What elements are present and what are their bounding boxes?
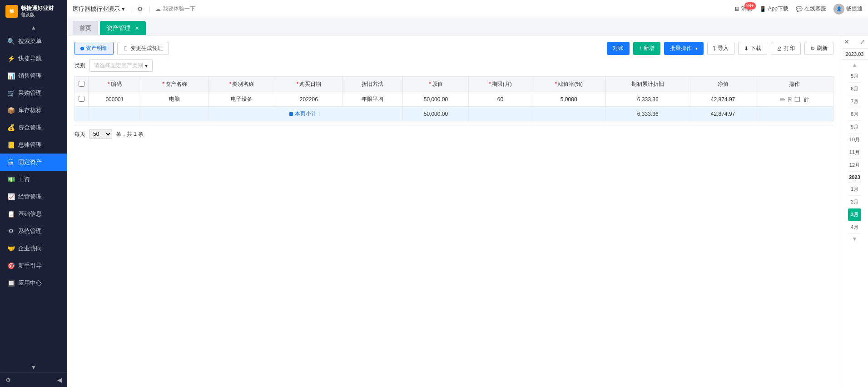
- print-icon: 🖨: [777, 45, 782, 52]
- collapse-icon[interactable]: ◀: [57, 377, 62, 383]
- tab-asset-mgmt-label: 资产管理: [107, 25, 130, 31]
- sidebar-label-funds: 资金管理: [18, 124, 42, 132]
- sidebar-item-inventory[interactable]: 📦库存核算: [0, 102, 67, 119]
- sidebar-item-purchase[interactable]: 🛒采购管理: [0, 84, 67, 102]
- rp-close-icon[interactable]: ✕: [844, 38, 849, 45]
- edit-icon-0[interactable]: ✏: [780, 96, 785, 103]
- col-depreciation-method: 折旧方法: [342, 77, 403, 92]
- import-button[interactable]: ⤵ 导入: [707, 42, 734, 55]
- copy-icon-0[interactable]: ⎘: [788, 96, 792, 103]
- download-button[interactable]: ⬇ 下载: [738, 42, 767, 55]
- select-all-checkbox[interactable]: [79, 81, 84, 87]
- reconcile-button[interactable]: 对账: [607, 42, 630, 55]
- per-page-select[interactable]: 50 20 100: [89, 129, 112, 139]
- tab-home[interactable]: 首页: [73, 21, 98, 35]
- sidebar-item-quicknav[interactable]: ⚡快捷导航: [0, 50, 67, 67]
- sidebar-item-payroll[interactable]: 💵工资: [0, 171, 67, 188]
- content-area: 资产明细 🗒 变更生成凭证 对账 + 新增 批量操作 ▾: [67, 35, 868, 387]
- new-label: + 新增: [639, 45, 655, 52]
- rp-expand-icon[interactable]: ⤢: [860, 38, 865, 45]
- message-badge: 99+: [744, 2, 756, 10]
- month-item[interactable]: 7月: [848, 95, 861, 108]
- row-check-0[interactable]: [79, 96, 84, 102]
- sidebar-icon-search: 🔍: [7, 38, 15, 45]
- month-item[interactable]: 12月: [848, 159, 861, 172]
- settings-icon[interactable]: ⚙: [5, 377, 11, 383]
- month-item[interactable]: 6月: [848, 83, 861, 95]
- sidebar-item-collab[interactable]: 🤝企业协同: [0, 240, 67, 257]
- app-logo: 畅 畅捷通好业财 普及版: [0, 0, 67, 23]
- logo-icon: 畅: [5, 5, 18, 18]
- table-body: 000001 电脑 电子设备 202206 年限平均 50,000.00 60 …: [75, 92, 833, 121]
- sidebar-item-funds[interactable]: 💰资金管理: [0, 119, 67, 136]
- right-panel-months: ▲5月6月7月8月9月10月11月12月20231月2月3月4月▼: [848, 60, 861, 244]
- month-item[interactable]: 11月: [848, 146, 861, 159]
- refresh-button[interactable]: ↻ 刷新: [804, 42, 833, 55]
- sidebar-item-fixed-assets[interactable]: 🏛固定资产: [0, 154, 67, 171]
- row-period-0: 60: [469, 92, 532, 107]
- col-purchase-date: *购买日期: [275, 77, 342, 92]
- refresh-label: 刷新: [817, 45, 828, 52]
- topbar-right: 🖥 消息 99+ 📱 App下载 💬 在线客服 👤 畅捷通: [734, 4, 863, 15]
- right-panel-header: ✕ ⤢: [841, 35, 868, 49]
- total-label: 条，共 1 条: [116, 130, 144, 138]
- sidebar-item-guide[interactable]: 🎯新手引导: [0, 257, 67, 274]
- download-icon: ⬇: [744, 45, 749, 52]
- tab-asset-mgmt-close[interactable]: ✕: [135, 25, 139, 31]
- sub-tab-asset-detail[interactable]: 资产明细: [74, 42, 114, 55]
- sidebar-item-search[interactable]: 🔍搜索菜单: [0, 33, 67, 50]
- topbar-gear-icon[interactable]: ⚙: [137, 5, 143, 13]
- subtotal-empty-4: [469, 107, 532, 121]
- sidebar-label-ledger: 总账管理: [18, 141, 42, 149]
- subtotal-original-value: 50,000.00: [403, 107, 469, 121]
- print-label: 打印: [784, 45, 795, 52]
- company-dropdown-icon: ▾: [122, 5, 125, 12]
- category-label: 类别: [74, 62, 85, 69]
- row-name-0: 电脑: [141, 92, 208, 107]
- print-button[interactable]: 🖨 打印: [771, 42, 801, 55]
- batch-button[interactable]: 批量操作 ▾: [664, 42, 704, 55]
- sidebar-scroll-down[interactable]: ▼: [0, 362, 67, 372]
- topbar-experience[interactable]: ☁ 我要体验一下: [155, 5, 195, 13]
- sidebar-label-quicknav: 快捷导航: [18, 55, 42, 63]
- category-dropdown[interactable]: 请选择固定资产类别 ▾: [89, 60, 153, 72]
- sidebar-item-ops[interactable]: 📈经营管理: [0, 188, 67, 205]
- month-item[interactable]: 5月: [848, 70, 861, 83]
- sidebar-scroll-up[interactable]: ▲: [0, 23, 67, 33]
- topbar-company[interactable]: 医疗器械行业演示 ▾: [73, 5, 125, 13]
- subtotal-label: 本页小计：: [295, 110, 322, 118]
- month-item[interactable]: 2月: [848, 196, 861, 208]
- topbar-user[interactable]: 👤 畅捷通: [833, 4, 863, 15]
- sidebar-icon-apps: 🔲: [7, 279, 15, 287]
- subtotal-empty-3: [141, 107, 208, 121]
- new-button[interactable]: + 新增: [633, 42, 660, 55]
- month-item-current[interactable]: 3月: [848, 208, 861, 221]
- duplicate-icon-0[interactable]: ❐: [794, 96, 800, 103]
- topbar-app-download[interactable]: 📱 App下载: [759, 5, 789, 13]
- sidebar-label-fixed-assets: 固定资产: [18, 158, 42, 166]
- year-marker: 2023: [848, 172, 861, 183]
- month-item[interactable]: 10月: [848, 134, 861, 146]
- category-dropdown-icon: ▾: [145, 63, 148, 69]
- month-item[interactable]: 1月: [848, 183, 861, 196]
- month-item[interactable]: 4月: [848, 221, 861, 234]
- right-panel: ✕ ⤢ 2023.03 ▲5月6月7月8月9月10月11月12月20231月2月…: [841, 35, 868, 387]
- sidebar-item-sales[interactable]: 📊销售管理: [0, 67, 67, 84]
- month-item[interactable]: 9月: [848, 121, 861, 134]
- month-item[interactable]: 8月: [848, 108, 861, 121]
- sidebar-item-ledger[interactable]: 📒总账管理: [0, 136, 67, 154]
- subtotal-empty-1: [75, 107, 89, 121]
- rp-scroll-up[interactable]: ▲: [848, 60, 861, 70]
- sidebar-item-apps[interactable]: 🔲应用中心: [0, 274, 67, 292]
- tab-asset-mgmt[interactable]: 资产管理 ✕: [100, 21, 146, 35]
- sidebar-item-basic[interactable]: 📋基础信息: [0, 205, 67, 223]
- row-checkbox-0[interactable]: [75, 92, 89, 107]
- topbar-messages[interactable]: 🖥 消息 99+: [734, 5, 752, 13]
- sidebar-item-system[interactable]: ⚙系统管理: [0, 223, 67, 240]
- sidebar-label-sales: 销售管理: [18, 72, 42, 80]
- rp-scroll-down[interactable]: ▼: [848, 234, 861, 244]
- sub-tab-change-voucher[interactable]: 🗒 变更生成凭证: [117, 42, 169, 55]
- subtotal-empty-6: [756, 107, 833, 121]
- delete-icon-0[interactable]: 🗑: [803, 96, 809, 103]
- topbar-online-service[interactable]: 💬 在线客服: [796, 5, 826, 13]
